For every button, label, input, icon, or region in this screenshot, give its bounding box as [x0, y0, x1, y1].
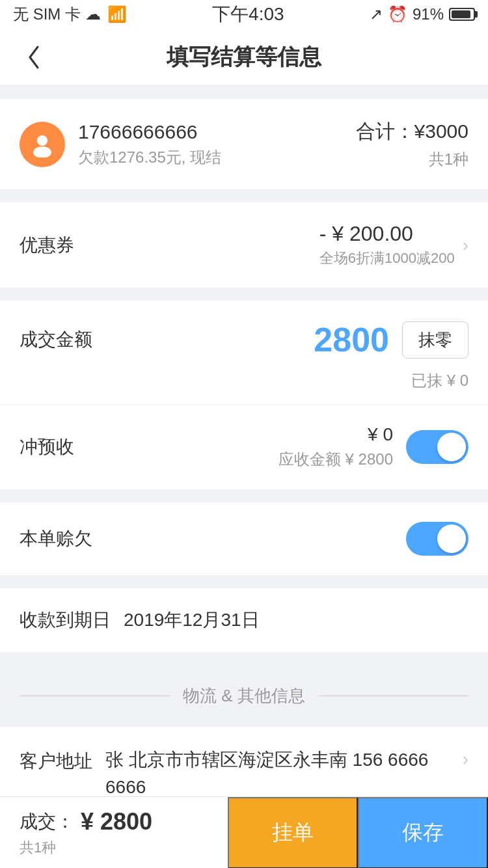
footer-info: 成交： ¥ 2800 共1种 — [0, 808, 228, 858]
status-time: 下午4:03 — [212, 2, 284, 27]
address-chevron-icon: › — [463, 749, 468, 770]
total-count: 共1种 — [356, 149, 468, 170]
footer-deal-amount: ¥ 2800 — [81, 808, 152, 835]
prepay-sub: 应收金额 ¥ 2800 — [278, 449, 393, 470]
footer-deal-label: 成交： — [20, 809, 74, 834]
nav-bar: 填写结算等信息 — [0, 29, 488, 86]
hang-button[interactable]: 挂单 — [228, 797, 358, 869]
coupon-row[interactable]: 优惠券 - ¥ 200.00 全场6折满1000减200 › — [0, 202, 488, 288]
status-left: 无 SIM 卡 ☁ 📶 — [13, 4, 127, 25]
page-title: 填写结算等信息 — [167, 42, 321, 72]
user-debt: 欠款1276.35元, 现结 — [78, 147, 221, 168]
debt-label: 本单赊欠 — [20, 526, 92, 551]
prepay-right: ¥ 0 应收金额 ¥ 2800 — [278, 424, 468, 470]
coupon-discount: - ¥ 200.00 — [319, 222, 455, 246]
round-button[interactable]: 抹零 — [402, 321, 468, 359]
duedate-section: 收款到期日 2019年12月31日 — [0, 588, 488, 652]
coupon-desc: 全场6折满1000减200 — [319, 249, 455, 268]
address-value: 张 北京市市辖区海淀区永丰南 156 6666 6666 — [105, 746, 463, 801]
debt-section: 本单赊欠 — [0, 502, 488, 575]
save-button[interactable]: 保存 — [358, 797, 488, 869]
divider-line-left — [20, 696, 170, 696]
divider-section: 物流 & 其他信息 — [0, 665, 488, 727]
footer-count: 共1种 — [20, 838, 208, 858]
footer: 成交： ¥ 2800 共1种 挂单 保存 — [0, 796, 488, 868]
battery-percent: 91% — [413, 5, 444, 23]
clock-icon: ⏰ — [388, 5, 407, 23]
user-right: 合计：¥3000 共1种 — [356, 118, 468, 170]
sim-label: 无 SIM 卡 ☁ — [13, 4, 101, 25]
svg-point-0 — [37, 135, 47, 146]
user-info: 17666666666 欠款1276.35元, 现结 — [78, 121, 221, 168]
total-amount: 合计：¥3000 — [356, 118, 468, 145]
footer-deal: 成交： ¥ 2800 — [20, 808, 208, 835]
avatar — [20, 122, 65, 167]
divider-line-right — [318, 696, 468, 696]
battery-icon — [449, 8, 475, 21]
status-bar: 无 SIM 卡 ☁ 📶 下午4:03 ↗ ⏰ 91% — [0, 0, 488, 29]
deal-sub: 已抹 ¥ 0 — [411, 372, 468, 389]
prepay-label: 冲预收 — [20, 435, 74, 459]
debt-toggle[interactable] — [406, 522, 468, 556]
coupon-right: - ¥ 200.00 全场6折满1000减200 › — [319, 222, 468, 268]
prepay-amount: ¥ 0 — [278, 424, 393, 445]
chevron-right-icon: › — [463, 235, 468, 256]
status-right: ↗ ⏰ 91% — [370, 5, 475, 23]
duedate-label: 收款到期日 — [20, 608, 111, 632]
toggle-knob — [437, 433, 466, 461]
location-icon: ↗ — [370, 5, 383, 23]
user-card: 17666666666 欠款1276.35元, 现结 合计：¥3000 共1种 — [0, 99, 488, 189]
prepay-toggle[interactable] — [406, 430, 468, 464]
coupon-label: 优惠券 — [20, 233, 74, 258]
deal-right: 2800 抹零 — [314, 320, 468, 359]
user-left: 17666666666 欠款1276.35元, 现结 — [20, 121, 221, 168]
svg-point-1 — [33, 146, 51, 157]
deal-label: 成交金额 — [20, 327, 92, 352]
deal-section: 成交金额 2800 抹零 已抹 ¥ 0 冲预收 ¥ 0 应收金额 ¥ 2800 — [0, 301, 488, 489]
back-button[interactable] — [20, 43, 48, 72]
divider-text: 物流 & 其他信息 — [183, 685, 305, 707]
deal-amount: 2800 — [314, 320, 389, 359]
address-label: 客户地址 — [20, 749, 92, 774]
prepay-row: 冲预收 ¥ 0 应收金额 ¥ 2800 — [0, 404, 488, 489]
debt-toggle-knob — [437, 524, 466, 553]
user-phone: 17666666666 — [78, 121, 221, 143]
duedate-value: 2019年12月31日 — [124, 608, 260, 632]
wifi-icon: 📶 — [107, 5, 127, 23]
